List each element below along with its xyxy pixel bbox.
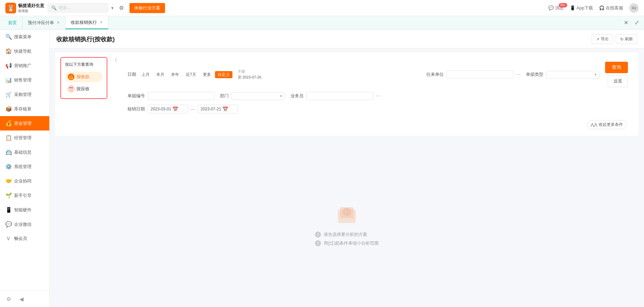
svg-rect-4 bbox=[342, 217, 352, 219]
tab-writeoff-close[interactable]: ✕ bbox=[100, 20, 103, 24]
panel-collapse-arrow[interactable]: 《 bbox=[111, 57, 118, 63]
tab-close-all-button[interactable]: ✕ bbox=[621, 18, 631, 28]
counterpart-input[interactable] bbox=[446, 70, 514, 79]
sidebar-item-marketing[interactable]: 📢 营销推广 bbox=[0, 58, 49, 73]
sidebar-item-inventory[interactable]: 📦 库存核算 bbox=[0, 102, 49, 116]
writeoff-end-input[interactable]: 2023-07-21 📅 bbox=[198, 105, 238, 113]
sidebar-item-label: 采购管理 bbox=[14, 92, 32, 98]
writeoff-start-input[interactable]: 2023-03-01 📅 bbox=[148, 105, 188, 113]
inventory-icon: 📦 bbox=[5, 106, 11, 112]
sidebar-item-vip[interactable]: V 畅会员 bbox=[0, 232, 49, 246]
smart-hw-icon: 📱 bbox=[5, 207, 11, 213]
date-btn-last-month[interactable]: 上月 bbox=[139, 71, 152, 78]
dept-field: 部门 ▾ bbox=[220, 92, 285, 100]
date-label: 日期 bbox=[127, 71, 136, 78]
sidebar-item-base-info[interactable]: 📇 基础信息 bbox=[0, 145, 49, 159]
quick-nav-icon: 🏠 bbox=[5, 48, 11, 54]
sales-icon: 📊 bbox=[5, 77, 11, 83]
sidebar-item-wechat[interactable]: 💬 企业微信 bbox=[0, 217, 49, 232]
base-info-icon: 📇 bbox=[5, 149, 11, 155]
sidebar-item-search-menu[interactable]: 🔍 搜索菜单 bbox=[0, 30, 49, 44]
query-form: 日期 上月 本月 本年 近7天 更多 自定义 不限 bbox=[122, 57, 633, 118]
date-btn-this-month[interactable]: 本月 bbox=[154, 71, 167, 78]
date-btn-this-year[interactable]: 本年 bbox=[168, 71, 182, 78]
top-search[interactable]: 🔍 搜索... bbox=[48, 3, 108, 12]
sidebar-item-label: 营销推广 bbox=[14, 63, 32, 69]
collapse-more-button[interactable]: ⋀⋀ 收起更多条件 bbox=[587, 120, 627, 129]
dept-chevron: ▾ bbox=[280, 94, 282, 98]
service-icon: 🎧 bbox=[599, 5, 604, 10]
date-unlimited-label: 不限 bbox=[238, 69, 261, 74]
sidebar-settings-button[interactable]: ⚙ bbox=[4, 294, 13, 304]
sidebar-item-enterprise[interactable]: 🤝 企业协同 bbox=[0, 174, 49, 188]
counterpart-label: 往来单位 bbox=[426, 71, 444, 78]
search-menu-icon: 🔍 bbox=[5, 34, 11, 40]
doctype-label: 单据类型 bbox=[526, 71, 543, 78]
dept-select[interactable]: ▾ bbox=[231, 92, 285, 100]
industry-button[interactable]: 休验行业方案 bbox=[129, 3, 165, 13]
date-btn-7days[interactable]: 近7天 bbox=[183, 71, 199, 78]
dept-label: 部门 bbox=[220, 93, 229, 99]
tab-prepay[interactable]: 预付冲应付单 ✕ bbox=[22, 16, 65, 29]
docnum-label: 单据编号 bbox=[127, 93, 145, 99]
sidebar-item-biz-mgmt[interactable]: 📋 经营管理 bbox=[0, 131, 49, 145]
date-field: 日期 上月 本月 本年 近7天 更多 自定义 bbox=[127, 71, 232, 78]
sidebar-collapse-button[interactable]: ◀ bbox=[17, 294, 26, 304]
sidebar-item-smart-hw[interactable]: 📱 智能硬件 bbox=[0, 203, 49, 217]
sidebar-item-guide[interactable]: 🌱 新手引导 bbox=[0, 188, 49, 203]
staff-input[interactable] bbox=[306, 92, 373, 100]
gear-button[interactable]: ⚙ bbox=[117, 3, 126, 13]
sidebar-item-label: 企业协同 bbox=[14, 178, 32, 184]
app-name: 畅捷通好生意 bbox=[18, 3, 44, 9]
tab-prepay-close[interactable]: ✕ bbox=[57, 20, 60, 25]
query-panel-title: 按以下方案查询 bbox=[65, 62, 103, 67]
writeoff-date-separator: — bbox=[191, 107, 195, 112]
sidebar-item-label: 资金管理 bbox=[14, 120, 32, 126]
export-button[interactable]: ↗ 导出 bbox=[592, 34, 613, 44]
receivable-option-icon: ⏰ bbox=[68, 86, 74, 92]
query-section: 按以下方案查询 💰 按收款 ⏰ 按应收 《 bbox=[55, 52, 639, 136]
doctype-field: 单据类型 ▾ bbox=[526, 71, 600, 79]
receipt-option-icon: 💰 bbox=[68, 73, 74, 80]
sidebar-item-quick-nav[interactable]: 🏠 快捷导航 bbox=[0, 44, 49, 58]
docnum-field: 单据编号 bbox=[127, 92, 215, 100]
tab-writeoff-label: 收款核销执行 bbox=[71, 19, 97, 25]
sidebar-item-sys-mgmt[interactable]: ⚙️ 系统管理 bbox=[0, 159, 49, 174]
writeoff-end-calendar-icon[interactable]: 📅 bbox=[222, 106, 228, 112]
date-to-label: 至 2023-07-26 bbox=[238, 75, 261, 80]
online-service-button[interactable]: 🎧 在线客服 bbox=[599, 5, 623, 11]
app-download-button[interactable]: 📱 App下载 bbox=[570, 5, 593, 11]
search-dropdown[interactable]: ▾ bbox=[111, 6, 113, 10]
hint-num-1: 1 bbox=[315, 232, 321, 238]
export-icon: ↗ bbox=[596, 37, 599, 42]
staff-dots-btn[interactable]: ··· bbox=[376, 93, 380, 99]
tab-writeoff[interactable]: 收款核销执行 ✕ bbox=[65, 16, 108, 29]
wechat-icon: 💬 bbox=[5, 221, 11, 227]
tab-expand-button[interactable]: ⤢ bbox=[632, 18, 641, 28]
tab-home[interactable]: 首页 bbox=[3, 16, 22, 29]
app-download-label: App下载 bbox=[577, 5, 593, 11]
sidebar-item-sales[interactable]: 📊 销售管理 bbox=[0, 73, 49, 87]
query-left-panel: 按以下方案查询 💰 按收款 ⏰ 按应收 bbox=[60, 57, 107, 99]
form-row-1: 日期 上月 本月 本年 近7天 更多 自定义 不限 bbox=[127, 62, 628, 87]
query-option-receipt[interactable]: 💰 按收款 bbox=[65, 71, 103, 82]
query-button[interactable]: 查询 bbox=[605, 62, 628, 73]
counterpart-dots-btn[interactable]: ··· bbox=[516, 71, 521, 78]
refresh-button[interactable]: ↻ 刷新 bbox=[616, 34, 637, 44]
tab-home-label: 首页 bbox=[8, 20, 17, 26]
form-settings-button[interactable]: 设置 bbox=[608, 75, 628, 87]
sidebar-item-purchase[interactable]: 🛒 采购管理 bbox=[0, 87, 49, 102]
sidebar-item-finance[interactable]: 💰 资金管理 bbox=[0, 116, 49, 131]
query-option-receivable[interactable]: ⏰ 按应收 bbox=[65, 84, 103, 94]
date-btn-more[interactable]: 更多 bbox=[200, 71, 214, 78]
vip-icon: V bbox=[5, 236, 11, 241]
docnum-input[interactable] bbox=[148, 92, 215, 100]
date-btn-custom[interactable]: 自定义 bbox=[215, 71, 232, 78]
doctype-select[interactable]: ▾ bbox=[546, 71, 600, 79]
form-row-3: 核销日期 2023-03-01 📅 — 2023-07-21 📅 bbox=[127, 105, 628, 113]
user-avatar[interactable]: Rit bbox=[629, 3, 639, 13]
message-button[interactable]: 💬 消息 99+ bbox=[548, 5, 564, 11]
staff-label: 业务员 bbox=[290, 93, 304, 99]
writeoff-start-calendar-icon[interactable]: 📅 bbox=[172, 106, 178, 112]
collapse-up-icon: ⋀⋀ bbox=[591, 122, 597, 127]
